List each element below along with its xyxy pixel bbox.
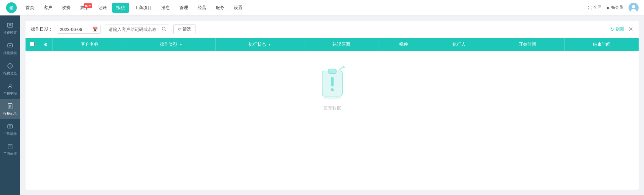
member-button[interactable]: ▶ 畅会员 [607, 5, 623, 10]
nav-manage[interactable]: 管理 [175, 3, 192, 13]
search-input[interactable] [105, 25, 159, 34]
svg-rect-17 [8, 125, 12, 128]
fullscreen-button[interactable]: ⛶ 全屏 [588, 5, 601, 10]
th-checkbox[interactable] [26, 38, 39, 51]
svg-rect-25 [328, 69, 336, 74]
calendar-icon: 📅 [92, 27, 98, 32]
svg-point-30 [323, 96, 342, 100]
nav-revenue[interactable]: 收费 [58, 3, 75, 13]
main-area: 报税设置 批量报税 报税总览 [0, 15, 644, 195]
sort-icon: ▼ [179, 43, 182, 46]
th-tax-type: 税种 [379, 38, 428, 51]
svg-point-27 [331, 88, 334, 91]
data-table: ⚙ 客户名称 操作类型 ▼ 执行状态 ▼ 错误原因 [26, 38, 639, 51]
sidebar-item-annual-report[interactable]: 工商年报 [0, 139, 20, 159]
top-nav-right: ⛶ 全屏 ▶ 畅会员 [588, 3, 639, 13]
empty-icon [315, 64, 349, 101]
search-wrap [105, 25, 169, 34]
nav-customer[interactable]: 客户 [40, 3, 56, 13]
svg-point-11 [10, 67, 10, 67]
nav-invoice[interactable]: 票据 new [76, 3, 93, 13]
search-button[interactable] [159, 25, 169, 34]
empty-text: 暂无数据 [324, 105, 341, 111]
th-end-time: 结束时间 [565, 38, 639, 51]
th-client-name: 客户名称 [52, 38, 127, 51]
th-executor: 执行人 [428, 38, 490, 51]
close-button[interactable]: ✕ [628, 26, 633, 33]
date-label: 操作日期： [31, 26, 53, 32]
settlement-icon [6, 122, 14, 130]
toolbar: 操作日期： 📅 [26, 21, 639, 38]
nav-items: 首页 客户 收费 票据 new 记账 报税 工商项目 消息 管理 经营 服务 设… [22, 3, 588, 13]
select-all-checkbox[interactable] [30, 42, 35, 46]
th-exec-status[interactable]: 执行状态 ▼ [216, 38, 304, 51]
content-area: 操作日期： 📅 [20, 15, 644, 195]
nav-message[interactable]: 消息 [157, 3, 174, 13]
fullscreen-icon: ⛶ [588, 5, 592, 10]
nav-tax[interactable]: 报税 [112, 3, 129, 13]
svg-rect-5 [7, 23, 13, 27]
new-badge: new [84, 3, 92, 8]
svg-point-3 [632, 5, 635, 8]
tax-record-icon [6, 102, 14, 110]
nav-finance[interactable]: 经营 [194, 3, 210, 13]
tax-summary-icon [6, 62, 14, 70]
video-icon: ▶ [607, 5, 610, 10]
svg-point-18 [9, 126, 11, 127]
toolbar-right: ↻ 刷新 ✕ [610, 26, 633, 33]
nav-business[interactable]: 工商项目 [130, 3, 156, 13]
svg-line-23 [165, 30, 166, 31]
filter-button[interactable]: ▽ 筛选 [173, 24, 196, 34]
svg-rect-26 [331, 77, 334, 86]
svg-point-22 [162, 27, 165, 30]
sidebar: 报税设置 批量报税 报税总览 [0, 15, 20, 195]
refresh-icon: ↻ [610, 27, 614, 32]
sidebar-item-tax-record[interactable]: 报税记录 [0, 99, 20, 119]
th-operation-type[interactable]: 操作类型 ▼ [127, 38, 216, 51]
nav-settings[interactable]: 设置 [230, 3, 247, 13]
tax-settings-icon [6, 22, 14, 30]
sidebar-item-personal-tax[interactable]: 个税申报 [0, 79, 20, 99]
close-icon: ✕ [628, 26, 633, 33]
svg-rect-19 [8, 144, 12, 149]
th-start-time: 开始时间 [490, 38, 565, 51]
annual-report-icon [6, 143, 14, 151]
batch-tax-icon [6, 42, 14, 50]
sort-icon2: ▼ [268, 43, 271, 46]
svg-point-12 [9, 84, 11, 86]
nav-home[interactable]: 首页 [22, 3, 38, 13]
sidebar-item-tax-settings[interactable]: 报税设置 [0, 18, 20, 38]
refresh-button[interactable]: ↻ 刷新 [610, 26, 624, 32]
personal-tax-icon [6, 82, 14, 90]
sidebar-item-tax-summary[interactable]: 报税总览 [0, 58, 20, 79]
user-avatar[interactable] [629, 3, 639, 13]
sidebar-item-batch-tax[interactable]: 批量报税 [0, 38, 20, 58]
nav-service[interactable]: 服务 [212, 3, 228, 13]
top-nav: 畅 首页 客户 收费 票据 new 记账 报税 工商项目 消息 管理 经营 服务… [0, 0, 644, 15]
app-logo[interactable]: 畅 [5, 2, 17, 14]
table-container[interactable]: ⚙ 客户名称 操作类型 ▼ 执行状态 ▼ 错误原因 [26, 38, 639, 190]
sidebar-item-settlement[interactable]: 汇算清缴 [0, 119, 20, 139]
svg-text:畅: 畅 [9, 6, 13, 10]
content-inner: 操作日期： 📅 [26, 21, 639, 190]
th-settings[interactable]: ⚙ [39, 38, 52, 51]
gear-icon: ⚙ [44, 42, 48, 47]
search-icon [162, 27, 166, 32]
th-error-reason: 错误原因 [304, 38, 379, 51]
filter-icon: ▽ [178, 27, 181, 32]
table-header-row: ⚙ 客户名称 操作类型 ▼ 执行状态 ▼ 错误原因 [26, 38, 639, 51]
nav-bookkeeping[interactable]: 记账 [94, 3, 111, 13]
empty-state: 暂无数据 [26, 51, 639, 125]
date-input[interactable] [60, 27, 90, 32]
date-input-wrap[interactable]: 📅 [57, 25, 101, 34]
